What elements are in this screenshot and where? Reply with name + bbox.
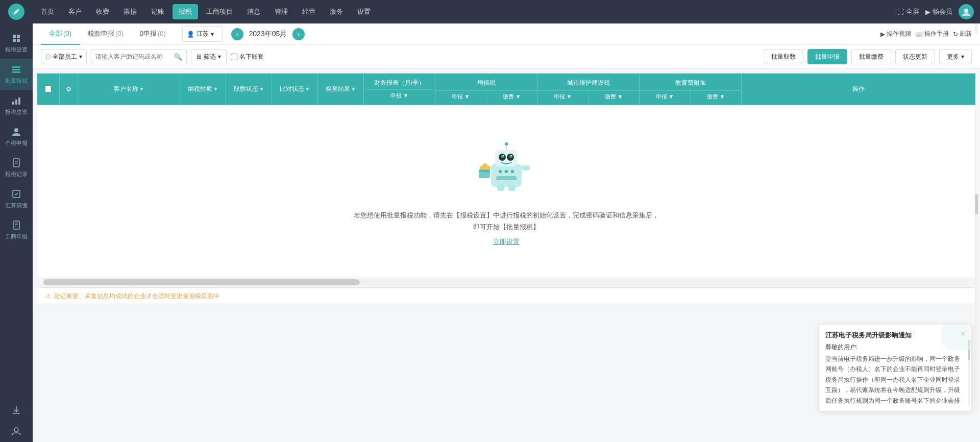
nav-item-home[interactable]: 首页	[35, 4, 60, 19]
th-client-name: 客户名称 ▼	[78, 73, 180, 105]
sidebar-item-tax-overview[interactable]: 报税总览	[0, 90, 33, 121]
empty-robot-image	[476, 136, 537, 197]
batch-pay-button[interactable]: 批量缴费	[851, 49, 891, 64]
sidebar-item-user[interactable]	[0, 421, 33, 442]
svg-rect-10	[18, 97, 20, 105]
batch-fetch-button[interactable]: 批量取数	[764, 49, 803, 64]
warning-icon: ⚠	[45, 292, 51, 300]
sort-edu-declare-icon[interactable]: ▼	[669, 93, 674, 100]
setup-link[interactable]: 立即设置	[493, 237, 520, 247]
sort-compare-icon[interactable]: ▼	[305, 86, 310, 92]
tab-zero-declare[interactable]: 0申报(0)	[132, 23, 174, 45]
svg-point-29	[511, 155, 512, 156]
svg-point-28	[503, 155, 504, 156]
sidebar-item-tax-records[interactable]: 报税记录	[0, 152, 33, 183]
sort-check-icon[interactable]: ▼	[351, 86, 356, 92]
sidebar-item-tax-settings[interactable]: 报税设置	[0, 28, 33, 59]
sort-fetch-icon[interactable]: ▼	[259, 86, 264, 92]
svg-point-21	[14, 428, 18, 432]
th-edu-group: 教育费附加 申报 ▼ 缴费 ▼	[640, 73, 742, 105]
svg-rect-34	[479, 169, 490, 178]
current-month: 2023年05月	[248, 30, 288, 39]
status-update-button[interactable]: 状态更新	[895, 49, 935, 64]
horizontal-scrollbar-track[interactable]	[43, 279, 969, 285]
page-scrollbar-thumb[interactable]	[975, 194, 978, 214]
sort-vat-pay-icon[interactable]: ▼	[516, 93, 521, 100]
warning-text: 验证账密、采集信息均成功的企业才会流转至批量报税页面中	[54, 292, 219, 301]
subaccounts-checkbox-label[interactable]: 名下账套	[231, 53, 264, 61]
sort-fin-icon[interactable]: ▼	[403, 92, 409, 99]
sort-vat-declare-icon[interactable]: ▼	[464, 93, 470, 100]
manual-action[interactable]: 📖 操作手册	[915, 30, 949, 38]
tab-tax-declare[interactable]: 税款申报(0)	[80, 23, 132, 45]
sidebar-item-annual-settlement[interactable]: 汇算清缴	[0, 183, 33, 214]
user-avatar[interactable]	[959, 4, 974, 19]
more-chevron-icon: ▾	[961, 53, 964, 60]
nav-item-bookkeeping[interactable]: 记账	[145, 4, 170, 19]
sort-name-icon[interactable]: ▼	[139, 86, 144, 92]
next-month-button[interactable]: ›	[292, 28, 305, 40]
app-logo[interactable]	[6, 2, 27, 22]
sidebar-item-batch-tax[interactable]: 批量报税	[0, 59, 33, 90]
svg-point-0	[964, 9, 968, 13]
sort-taxtype-icon[interactable]: ▼	[213, 86, 218, 92]
sidebar-item-annual-report[interactable]: 工商年报	[0, 214, 33, 245]
member-label: 畅会员	[933, 7, 952, 16]
nav-item-invoice[interactable]: 票据	[117, 4, 143, 19]
refresh-action[interactable]: ↻ 刷新	[953, 30, 972, 38]
more-button[interactable]: 更多 ▾	[939, 49, 972, 64]
notification-close-button[interactable]: ✕	[960, 330, 966, 338]
svg-rect-4	[17, 39, 20, 42]
nav-item-service[interactable]: 服务	[324, 4, 349, 19]
sidebar-item-download[interactable]	[0, 399, 33, 421]
svg-rect-33	[522, 165, 530, 170]
bottom-scrollbar-area[interactable]	[37, 277, 975, 287]
video-action[interactable]: ▶ 操作视频	[880, 30, 911, 38]
sort-city-declare-icon[interactable]: ▼	[567, 93, 572, 100]
download-icon	[11, 404, 22, 415]
search-icon[interactable]: 🔍	[174, 53, 182, 61]
filter-button[interactable]: ⊞ 筛选 ▾	[191, 49, 227, 64]
prev-month-button[interactable]: ‹	[231, 28, 243, 40]
sort-edu-pay-icon[interactable]: ▼	[720, 93, 725, 100]
nav-item-operation[interactable]: 经营	[296, 4, 322, 19]
select-all-checkbox[interactable]	[45, 86, 52, 92]
nav-item-manage[interactable]: 管理	[268, 4, 294, 19]
tabs-right-actions: ▶ 操作视频 📖 操作手册 ↻ 刷新	[880, 30, 972, 38]
nav-item-tax[interactable]: 报税	[173, 4, 198, 19]
nav-item-settings[interactable]: 设置	[351, 4, 377, 19]
nav-item-bizproject[interactable]: 工商项目	[200, 4, 239, 19]
chevron-down-icon: ▾	[79, 53, 82, 60]
region-label: 江苏	[197, 30, 209, 38]
notification-greeting: 尊敬的用户:	[825, 343, 965, 352]
search-input[interactable]	[95, 53, 172, 60]
notification-scrollbar-thumb[interactable]	[968, 340, 970, 360]
svg-point-38	[486, 166, 490, 170]
svg-rect-9	[15, 100, 17, 105]
top-navigation: 首页 客户 收费 票据 记账 报税 工商项目 消息 管理 经营 服务 设置 ⛶ …	[0, 0, 980, 23]
nav-item-message[interactable]: 消息	[241, 4, 266, 19]
th-tax-type: 纳税性质 ▼	[180, 73, 226, 105]
svg-rect-5	[12, 66, 20, 68]
th-fetch-status: 取数状态 ▼	[226, 73, 272, 105]
month-navigation: ‹ 2023年05月 ›	[231, 28, 305, 40]
th-vat-group: 增值税 申报 ▼ 缴费 ▼	[435, 73, 537, 105]
fullscreen-icon: ⛶	[897, 8, 904, 16]
employee-select[interactable]: ⬡ 全部员工 ▾	[41, 49, 87, 64]
subaccounts-checkbox[interactable]	[231, 54, 237, 60]
region-selector[interactable]: 👤 江苏 ▾	[182, 27, 223, 42]
batch-declare-button[interactable]: 批量申报	[807, 49, 847, 64]
member-button[interactable]: ▶ 畅会员	[925, 7, 952, 16]
tab-all[interactable]: 全部(0)	[41, 23, 80, 45]
horizontal-scrollbar-thumb[interactable]	[43, 279, 360, 285]
notification-scrollbar[interactable]	[968, 340, 970, 407]
logo-icon	[8, 4, 24, 20]
sort-city-pay-icon[interactable]: ▼	[618, 93, 623, 100]
page-vertical-scrollbar[interactable]	[975, 194, 978, 411]
settings-icon[interactable]: ⚙	[66, 86, 71, 93]
nav-item-fee[interactable]: 收费	[90, 4, 115, 19]
nav-item-client[interactable]: 客户	[62, 4, 88, 19]
fullscreen-button[interactable]: ⛶ 全屏	[897, 7, 919, 16]
sidebar-item-personal-tax[interactable]: 个税申报	[0, 121, 33, 152]
filter-icon: ⊞	[197, 53, 202, 60]
